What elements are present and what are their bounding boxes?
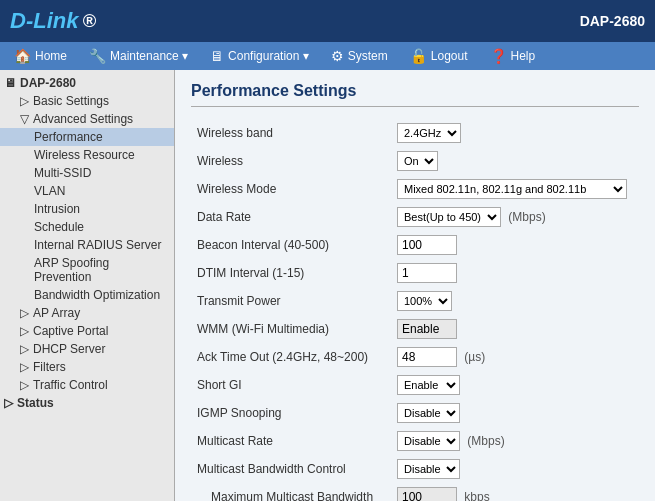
expand-icon-captive: ▷ xyxy=(20,324,29,338)
expand-icon-advanced: ▽ xyxy=(20,112,29,126)
sidebar-item-vlan[interactable]: VLAN xyxy=(0,182,174,200)
nav-system[interactable]: ⚙ System xyxy=(321,45,398,67)
sidebar-item-bandwidth-opt[interactable]: Bandwidth Optimization xyxy=(0,286,174,304)
sidebar-item-intrusion[interactable]: Intrusion xyxy=(0,200,174,218)
sidebar-item-ap-array[interactable]: ▷ AP Array xyxy=(0,304,174,322)
row-wireless: Wireless On Off xyxy=(191,147,639,175)
unit-data-rate: (Mbps) xyxy=(508,210,545,224)
input-ack-timeout[interactable] xyxy=(397,347,457,367)
label-wireless: Wireless xyxy=(191,147,391,175)
sidebar-item-multi-ssid[interactable]: Multi-SSID xyxy=(0,164,174,182)
label-multicast-rate: Multicast Rate xyxy=(191,427,391,455)
page-title: Performance Settings xyxy=(191,82,639,107)
row-short-gi: Short GI Enable Disable xyxy=(191,371,639,399)
label-transmit-power: Transmit Power xyxy=(191,287,391,315)
input-wmm xyxy=(397,319,457,339)
logo-text: D-Link xyxy=(10,8,78,34)
label-igmp-snooping: IGMP Snooping xyxy=(191,399,391,427)
label-wireless-mode: Wireless Mode xyxy=(191,175,391,203)
sidebar-item-dhcp-server[interactable]: ▷ DHCP Server xyxy=(0,340,174,358)
label-short-gi: Short GI xyxy=(191,371,391,399)
sidebar-item-wireless-resource[interactable]: Wireless Resource xyxy=(0,146,174,164)
input-dtim-interval[interactable] xyxy=(397,263,457,283)
sidebar-item-schedule[interactable]: Schedule xyxy=(0,218,174,236)
nav-home-label: Home xyxy=(35,49,67,63)
sidebar-label-performance: Performance xyxy=(34,130,103,144)
select-wireless-band[interactable]: 2.4GHz 5GHz xyxy=(397,123,461,143)
sidebar-label-traffic-control: Traffic Control xyxy=(33,378,108,392)
select-short-gi[interactable]: Enable Disable xyxy=(397,375,460,395)
expand-icon-traffic: ▷ xyxy=(20,378,29,392)
expand-icon-basic: ▷ xyxy=(20,94,29,108)
sidebar-label-filters: Filters xyxy=(33,360,66,374)
nav-help-label: Help xyxy=(511,49,536,63)
nav-configuration[interactable]: 🖥 Configuration ▾ xyxy=(200,45,319,67)
label-multicast-bw-control: Multicast Bandwidth Control xyxy=(191,455,391,483)
nav-configuration-label: Configuration ▾ xyxy=(228,49,309,63)
home-icon: 🏠 xyxy=(14,48,31,64)
sidebar-item-arp-spoofing[interactable]: ARP Spoofing Prevention xyxy=(0,254,174,286)
row-igmp-snooping: IGMP Snooping Enable Disable xyxy=(191,399,639,427)
unit-multicast-rate: (Mbps) xyxy=(467,434,504,448)
sidebar-label-dap2680: DAP-2680 xyxy=(20,76,76,90)
sidebar-label-intrusion: Intrusion xyxy=(34,202,80,216)
logo: D-Link® xyxy=(10,8,96,34)
row-ack-timeout: Ack Time Out (2.4GHz, 48~200) (µs) xyxy=(191,343,639,371)
expand-icon-status: ▷ xyxy=(4,396,13,410)
input-beacon-interval[interactable] xyxy=(397,235,457,255)
select-transmit-power[interactable]: 100% 75% 50% 25% xyxy=(397,291,452,311)
select-data-rate[interactable]: Best(Up to 450) xyxy=(397,207,501,227)
select-wireless-mode[interactable]: Mixed 802.11n, 802.11g and 802.11b 802.1… xyxy=(397,179,627,199)
sidebar-label-wireless-resource: Wireless Resource xyxy=(34,148,135,162)
sidebar-item-filters[interactable]: ▷ Filters xyxy=(0,358,174,376)
sidebar-label-advanced: Advanced Settings xyxy=(33,112,133,126)
select-multicast-rate[interactable]: Disable 6 9 xyxy=(397,431,460,451)
sidebar: 🖥 DAP-2680 ▷ Basic Settings ▽ Advanced S… xyxy=(0,70,175,501)
logo-registered: ® xyxy=(82,10,96,32)
nav-help[interactable]: ❓ Help xyxy=(480,45,546,67)
sidebar-item-dap2680[interactable]: 🖥 DAP-2680 xyxy=(0,74,174,92)
nav-home[interactable]: 🏠 Home xyxy=(4,45,77,67)
nav-logout-label: Logout xyxy=(431,49,468,63)
sidebar-item-captive-portal[interactable]: ▷ Captive Portal xyxy=(0,322,174,340)
label-beacon-interval: Beacon Interval (40-500) xyxy=(191,231,391,259)
sidebar-item-basic-settings[interactable]: ▷ Basic Settings xyxy=(0,92,174,110)
input-max-multicast-bw[interactable] xyxy=(397,487,457,501)
label-ack-timeout: Ack Time Out (2.4GHz, 48~200) xyxy=(191,343,391,371)
navbar: 🏠 Home 🔧 Maintenance ▾ 🖥 Configuration ▾… xyxy=(0,42,655,70)
configuration-icon: 🖥 xyxy=(210,48,224,64)
sidebar-label-dhcp-server: DHCP Server xyxy=(33,342,105,356)
sidebar-label-multi-ssid: Multi-SSID xyxy=(34,166,91,180)
nav-maintenance-label: Maintenance ▾ xyxy=(110,49,188,63)
sidebar-label-vlan: VLAN xyxy=(34,184,65,198)
sidebar-item-advanced-settings[interactable]: ▽ Advanced Settings xyxy=(0,110,174,128)
row-wireless-mode: Wireless Mode Mixed 802.11n, 802.11g and… xyxy=(191,175,639,203)
maintenance-icon: 🔧 xyxy=(89,48,106,64)
label-max-multicast-bw: Maximum Multicast Bandwidth xyxy=(191,483,391,501)
unit-ack-timeout: (µs) xyxy=(464,350,485,364)
sidebar-item-traffic-control[interactable]: ▷ Traffic Control xyxy=(0,376,174,394)
expand-icon-filters: ▷ xyxy=(20,360,29,374)
sidebar-label-basic: Basic Settings xyxy=(33,94,109,108)
row-multicast-rate: Multicast Rate Disable 6 9 (Mbps) xyxy=(191,427,639,455)
row-wireless-band: Wireless band 2.4GHz 5GHz xyxy=(191,119,639,147)
sidebar-item-internal-radius[interactable]: Internal RADIUS Server xyxy=(0,236,174,254)
nav-system-label: System xyxy=(348,49,388,63)
sidebar-item-status[interactable]: ▷ Status xyxy=(0,394,174,412)
logout-icon: 🔓 xyxy=(410,48,427,64)
select-igmp-snooping[interactable]: Enable Disable xyxy=(397,403,460,423)
sidebar-label-internal-radius: Internal RADIUS Server xyxy=(34,238,161,252)
nav-maintenance[interactable]: 🔧 Maintenance ▾ xyxy=(79,45,198,67)
row-beacon-interval: Beacon Interval (40-500) xyxy=(191,231,639,259)
nav-logout[interactable]: 🔓 Logout xyxy=(400,45,478,67)
device-name: DAP-2680 xyxy=(580,13,645,29)
sidebar-item-performance[interactable]: Performance xyxy=(0,128,174,146)
system-icon: ⚙ xyxy=(331,48,344,64)
row-transmit-power: Transmit Power 100% 75% 50% 25% xyxy=(191,287,639,315)
select-multicast-bw-control[interactable]: Enable Disable xyxy=(397,459,460,479)
select-wireless[interactable]: On Off xyxy=(397,151,438,171)
sidebar-label-captive-portal: Captive Portal xyxy=(33,324,108,338)
row-wmm: WMM (Wi-Fi Multimedia) xyxy=(191,315,639,343)
sidebar-label-ap-array: AP Array xyxy=(33,306,80,320)
settings-form: Wireless band 2.4GHz 5GHz Wireless On Of… xyxy=(191,119,639,501)
